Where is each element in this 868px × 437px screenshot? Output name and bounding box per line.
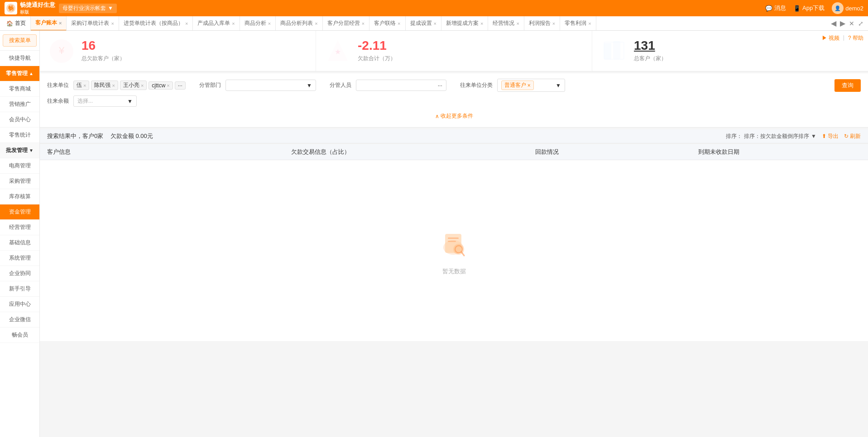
top-bar-right: 💬 消息 📱 App下载 👤 demo2	[765, 2, 863, 14]
sort-select[interactable]: 排序： 排序：按欠款金额倒序排序 ▼	[726, 133, 816, 140]
sidebar-item-enterprise-wechat[interactable]: 企业微信	[0, 312, 39, 328]
tab-home[interactable]: 🏠 首页	[2, 16, 31, 31]
tab-profit-report[interactable]: 利润报告 ×	[524, 16, 560, 31]
wholesale-mgmt-label: 批发管理	[6, 147, 28, 154]
sidebar-item-purchase-mgmt[interactable]: 采购管理	[0, 174, 39, 189]
tab-profit-report-label: 利润报告	[529, 19, 551, 27]
tab-retail-profit-close[interactable]: ×	[588, 21, 591, 26]
tab-new-raise-plan[interactable]: 新增提成方案 ×	[441, 16, 488, 31]
tab-prev-icon[interactable]: ◀	[830, 19, 837, 28]
sidebar-item-quick-nav[interactable]: 快捷导航	[0, 51, 39, 66]
content-area: ¥ 16 总欠款客户（家） ★ -2.11 欠款合计	[40, 31, 868, 437]
balance-select[interactable]: 选择... ▼	[73, 95, 137, 107]
sidebar-item-new-guide[interactable]: 新手引导	[0, 281, 39, 297]
video-label: 视频	[829, 35, 839, 41]
tab-product-analysis-list-close[interactable]: ×	[315, 21, 317, 26]
unit-category-select[interactable]: 普通客户 × ▼	[497, 79, 565, 92]
tag-wu-text: 伍	[77, 81, 82, 89]
sidebar-item-retail-mall[interactable]: 零售商城	[0, 81, 39, 97]
tab-new-raise-plan-close[interactable]: ×	[480, 21, 483, 26]
tab-raise-setting[interactable]: 提成设置 ×	[406, 16, 441, 31]
dept-select[interactable]: ▼	[225, 80, 316, 91]
tab-product-analysis-list[interactable]: 商品分析列表 ×	[276, 16, 322, 31]
query-button[interactable]: 查询	[834, 79, 861, 92]
sidebar-item-vip-member[interactable]: 畅会员	[0, 328, 39, 343]
dept-select-arrow: ▼	[307, 82, 312, 89]
tab-operation-status-close[interactable]: ×	[516, 21, 519, 26]
app-download-btn[interactable]: 📱 App下载	[793, 4, 825, 12]
refresh-icon: ↻	[844, 133, 849, 139]
top-bar-left: 畅 畅捷通好生意 标版 母婴行业演示帐套 ▼	[5, 1, 117, 15]
tag-cjttcw-close[interactable]: ×	[167, 83, 169, 88]
tab-expand-icon[interactable]: ⤢	[857, 20, 864, 27]
tab-next-icon[interactable]: ▶	[839, 19, 846, 28]
tab-customer-segment[interactable]: 客户分层经营 ×	[323, 16, 369, 31]
svg-rect-10	[448, 238, 459, 239]
unit-category-arrow: ▼	[556, 82, 561, 89]
logo-area: 畅 畅捷通好生意 标版	[5, 1, 55, 15]
tag-wu-close[interactable]: ×	[83, 83, 86, 88]
sort-arrow-icon: ▼	[811, 133, 816, 139]
sidebar-item-retail-stats[interactable]: 零售统计	[0, 128, 39, 143]
tab-customer-segment-close[interactable]: ×	[362, 21, 364, 26]
tab-product-analysis-close[interactable]: ×	[268, 21, 271, 26]
tab-customer-account[interactable]: 客户账本 ×	[31, 16, 67, 31]
sidebar-item-inventory[interactable]: 库存核算	[0, 189, 39, 204]
tab-product-analysis-list-label: 商品分析列表	[280, 19, 313, 27]
tab-customer-contact-close[interactable]: ×	[398, 21, 400, 26]
sidebar-item-basic-info[interactable]: 基础信息	[0, 235, 39, 251]
filter-tag-more[interactable]: ···	[175, 81, 186, 90]
help-link[interactable]: ? 帮助	[848, 34, 863, 42]
refresh-btn[interactable]: ↻ 刷新	[844, 133, 861, 140]
sidebar-item-system-mgmt[interactable]: 系统管理	[0, 251, 39, 266]
tab-inbound-stats-close[interactable]: ×	[185, 21, 188, 26]
tag-wang-close[interactable]: ×	[141, 83, 144, 88]
tab-operation-status[interactable]: 经营情况 ×	[488, 16, 524, 31]
tab-customer-account-close[interactable]: ×	[59, 20, 62, 26]
demo-selector[interactable]: 母婴行业演示帐套 ▼	[59, 4, 117, 13]
tab-home-label: 首页	[15, 19, 26, 27]
retail-mgmt-label: 零售管理	[6, 70, 28, 77]
tab-product-analysis[interactable]: 商品分析 ×	[240, 16, 276, 31]
message-btn[interactable]: 💬 消息	[765, 4, 786, 12]
unit-category-tag-close[interactable]: ×	[528, 82, 531, 89]
tab-close-all-icon[interactable]: ✕	[848, 20, 855, 27]
balance-select-value: 选择...	[77, 97, 93, 105]
empty-state: 暂无数据	[409, 199, 499, 303]
tab-product-inbound-close[interactable]: ×	[232, 21, 235, 26]
tab-product-inbound[interactable]: 产成品入库单 ×	[193, 16, 240, 31]
tab-purchase-order-close[interactable]: ×	[111, 21, 114, 26]
stat-debit-total-value: -2.11	[358, 39, 396, 52]
person-select-value	[360, 81, 365, 89]
sidebar-item-wholesale-mgmt[interactable]: 批发管理 ▼	[0, 143, 39, 158]
person-select[interactable]: ···	[356, 80, 446, 91]
sidebar-item-enterprise-coop[interactable]: 企业协同	[0, 266, 39, 281]
stat-debit-customers-value: 16	[82, 39, 125, 52]
export-btn[interactable]: ⬆ 导出	[822, 133, 839, 140]
video-link[interactable]: ▶ 视频	[822, 34, 839, 42]
col-due-date: 到期未收款日期	[698, 148, 861, 156]
sidebar-item-operation-mgmt[interactable]: 经营管理	[0, 220, 39, 235]
user-avatar[interactable]: 👤 demo2	[832, 2, 863, 14]
sidebar-item-ecommerce-mgmt[interactable]: 电商管理	[0, 158, 39, 174]
tab-retail-profit[interactable]: 零售利润 ×	[560, 16, 596, 31]
stat-total-customers: 131 总客户（家） ▶ 视频 | ? 帮助	[592, 31, 868, 71]
sidebar-item-retail-mgmt[interactable]: 零售管理 ▲	[0, 66, 39, 81]
tab-purchase-order[interactable]: 采购订单统计表 ×	[67, 16, 119, 31]
help-label: 帮助	[853, 35, 863, 41]
tab-customer-contact[interactable]: 客户联络 ×	[369, 16, 405, 31]
tag-chen-close[interactable]: ×	[112, 83, 115, 88]
tab-profit-report-close[interactable]: ×	[552, 21, 555, 26]
collapse-btn[interactable]: ∧ 收起更多条件	[431, 110, 478, 122]
sidebar-item-marketing[interactable]: 营销推广	[0, 97, 39, 112]
tab-raise-setting-close[interactable]: ×	[434, 21, 436, 26]
sidebar-item-capital-mgmt[interactable]: 资金管理	[0, 204, 39, 220]
sidebar: 搜索菜单 快捷导航 零售管理 ▲ 零售商城 营销推广 会员中心 零售统计 批发管…	[0, 31, 40, 437]
stat-debit-total-icon: ★	[325, 38, 350, 64]
sidebar-item-member-center[interactable]: 会员中心	[0, 112, 39, 128]
sidebar-item-app-center[interactable]: 应用中心	[0, 297, 39, 312]
tab-inbound-stats[interactable]: 进货单统计表（按商品） ×	[119, 16, 193, 31]
svg-text:★: ★	[335, 48, 341, 56]
col-repayment: 回款情况	[535, 148, 698, 156]
search-menu-btn[interactable]: 搜索菜单	[3, 34, 37, 47]
